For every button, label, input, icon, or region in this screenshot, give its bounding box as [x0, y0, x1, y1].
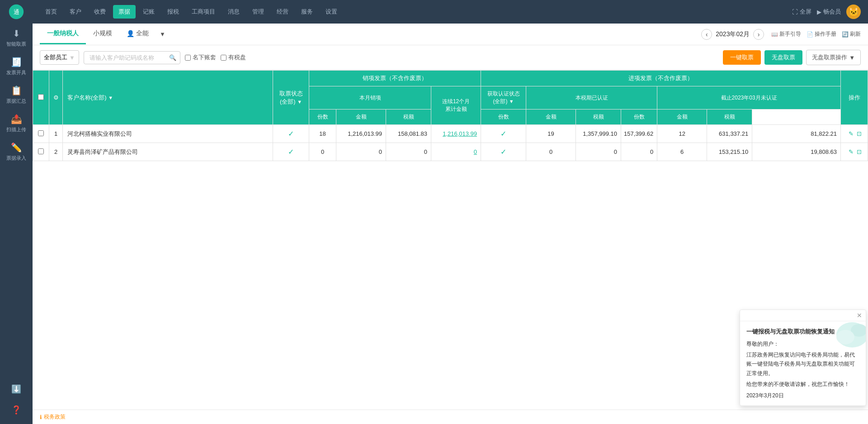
col-customer-label: 客户名称(全部) — [67, 94, 107, 101]
filter-selected-value: 全部员工 — [44, 53, 67, 62]
tax-disk-label: 有税盘 — [228, 53, 246, 62]
nav-billing[interactable]: 收费 — [89, 5, 111, 19]
settings-icon[interactable]: ⚙ — [53, 94, 59, 101]
subtab-more-btn[interactable]: ▼ — [156, 25, 169, 43]
row-checkbox-1[interactable] — [38, 130, 44, 136]
sidebar-logo: 通 — [0, 0, 33, 24]
member-btn[interactable]: ▶ 畅会员 — [817, 8, 841, 16]
sidebar-bottom-help[interactable]: ❓ — [0, 401, 33, 419]
sidebar-item-smart-fetch[interactable]: ⬇ 智能取票 — [0, 24, 33, 52]
fullscreen-btn[interactable]: ⛶ 全屏 — [792, 8, 811, 16]
customer-name-2: 灵寿县尚泽矿产品有限公司 — [67, 148, 138, 155]
sidebar-item-scan-upload[interactable]: 📤 扫描上传 — [0, 109, 33, 138]
purchase-conf-amount-1: 1,357,999.10 — [583, 130, 617, 137]
notification-date: 2023年3月20日 — [746, 391, 859, 400]
nav-manage[interactable]: 管理 — [247, 5, 269, 19]
issue-invoice-icon: 🧾 — [11, 57, 22, 67]
sidebar-item-label-data-entry: 票据录入 — [6, 155, 26, 162]
tab-all-icon: 👤 — [127, 30, 134, 37]
sidebar-item-issue-invoice[interactable]: 🧾 发票开具 — [0, 52, 33, 81]
sales-count-1: 18 — [319, 130, 326, 137]
notification-close-btn[interactable]: ✕ — [857, 312, 862, 319]
invoice-table: ⚙ 客户名称(全部) ▼ 取票状态(全部) ▼ 销项发票（不含作废票） 进项发票… — [33, 70, 868, 161]
nav-customers[interactable]: 客户 — [64, 5, 87, 19]
sidebar-item-label-issue-invoice: 发票开具 — [6, 69, 26, 76]
fetch-confirm-filter-icon[interactable]: ▼ — [509, 99, 514, 104]
col-sales-amount: 金额 — [336, 110, 386, 125]
row-checkbox-2[interactable] — [38, 148, 44, 154]
purchase-conf-amount-2: 0 — [614, 148, 617, 155]
sidebar-item-invoice-summary[interactable]: 📋 票据汇总 — [0, 81, 33, 109]
col-sales-tax: 税额 — [386, 110, 431, 125]
nav-invoice[interactable]: 票据 — [113, 5, 136, 19]
search-input[interactable] — [88, 52, 169, 64]
fullscreen-icon: ⛶ — [792, 9, 798, 15]
col-12months-label: 连续12个月累计金额 — [431, 86, 481, 125]
tab-small-scale[interactable]: 小规模 — [86, 24, 119, 44]
one-click-fetch-btn[interactable]: 一键取票 — [723, 50, 761, 65]
no-disk-fetch-btn[interactable]: 无盘取票 — [764, 50, 802, 65]
notification-popup: ✕ 一键报税与无盘取票功能恢复通知 尊敬的用户： 江苏政务网已恢复访问电子税务局… — [740, 310, 866, 406]
new-guide-btn[interactable]: 📖 新手引导 — [771, 30, 801, 38]
nav-tax[interactable]: 报税 — [162, 5, 184, 19]
dropdown-arrow-icon: ▼ — [849, 54, 855, 61]
svg-point-4 — [836, 330, 854, 344]
purchase-confirm-status-icon-1: ✓ — [500, 130, 506, 138]
op-edit-2[interactable]: ✎ — [849, 148, 854, 155]
sales-tax-2: 0 — [424, 148, 427, 155]
tax-disk-checkbox-wrap[interactable]: 有税盘 — [221, 53, 246, 62]
sales-12m-2[interactable]: 0 — [474, 148, 477, 155]
notification-text: 江苏政务网已恢复访问电子税务局功能，易代账一键登陆电子税务局与无盘取票相关功能可… — [746, 350, 859, 378]
nav-settings[interactable]: 设置 — [320, 5, 343, 19]
nav-service[interactable]: 服务 — [296, 5, 318, 19]
op-view-2[interactable]: ⊡ — [857, 148, 862, 155]
manual-btn[interactable]: 📄 操作手册 — [807, 30, 836, 38]
avatar[interactable]: 🐱 — [846, 5, 861, 19]
col-sales-count: 份数 — [309, 110, 336, 125]
customer-name-1: 河北柯搭楠实业有限公司 — [67, 130, 132, 137]
tab-general-taxpayer[interactable]: 一般纳税人 — [40, 24, 86, 44]
sidebar-item-data-entry[interactable]: ✏️ 票据录入 — [0, 138, 33, 166]
no-disk-ops-label: 无盘取票操作 — [812, 53, 847, 62]
subtabs-bar: 一般纳税人 小规模 👤 全能 ▼ ‹ 2023年02月 › — [33, 24, 868, 45]
search-input-wrap: 🔍 — [84, 51, 180, 64]
nav-bookkeeping[interactable]: 记账 — [137, 5, 160, 19]
col-sales-group: 销项发票（不含作废票） — [309, 71, 481, 86]
offline-accounts-checkbox-wrap[interactable]: 名下账套 — [185, 53, 216, 62]
tax-disk-checkbox[interactable] — [221, 55, 226, 61]
nav-business[interactable]: 工商项目 — [186, 5, 221, 19]
fetch-status-filter-icon[interactable]: ▼ — [297, 99, 302, 105]
svg-text:通: 通 — [14, 9, 19, 15]
sidebar-item-label-smart-fetch: 智能取票 — [6, 41, 26, 48]
status-text[interactable]: 税务政策 — [44, 413, 66, 421]
new-guide-label: 新手引导 — [779, 30, 801, 38]
op-view-1[interactable]: ⊡ — [857, 130, 862, 137]
search-icon[interactable]: 🔍 — [169, 54, 176, 61]
help-icon: ❓ — [11, 405, 21, 415]
nav-operation[interactable]: 经营 — [271, 5, 294, 19]
row-index-2: 2 — [54, 148, 57, 155]
no-disk-ops-btn[interactable]: 无盘取票操作 ▼ — [806, 50, 861, 65]
avatar-icon: 🐱 — [849, 7, 859, 17]
col-fetch-confirm-status: 获取认证状态(全部) ▼ — [481, 86, 526, 110]
new-guide-icon: 📖 — [771, 31, 778, 38]
offline-accounts-checkbox[interactable] — [185, 55, 191, 61]
date-prev-btn[interactable]: ‹ — [701, 29, 712, 40]
op-edit-1[interactable]: ✎ — [849, 130, 854, 137]
nav-home[interactable]: 首页 — [40, 5, 62, 19]
nav-message[interactable]: 消息 — [222, 5, 245, 19]
tab-general-taxpayer-label: 一般纳税人 — [47, 29, 79, 38]
purchase-unconf-amount-1: 631,337.21 — [719, 130, 748, 137]
select-all-checkbox[interactable] — [38, 94, 44, 100]
tab-all[interactable]: 👤 全能 — [119, 24, 156, 44]
sales-count-2: 0 — [321, 148, 324, 155]
date-next-icon: › — [758, 31, 760, 38]
sidebar-bottom-download[interactable]: ⬇️ — [0, 381, 33, 398]
sales-12m-1[interactable]: 1,216,013.99 — [443, 130, 477, 137]
table-body: 1 河北柯搭楠实业有限公司 ✓ 18 1,216,013.99 — [33, 125, 868, 161]
customer-filter-icon[interactable]: ▼ — [108, 95, 113, 100]
date-next-btn[interactable]: › — [753, 29, 764, 40]
employee-filter[interactable]: 全部员工 ▼ — [40, 50, 79, 65]
refresh-btn[interactable]: 🔄 刷新 — [842, 30, 861, 38]
tab-all-label: 全能 — [136, 29, 149, 38]
